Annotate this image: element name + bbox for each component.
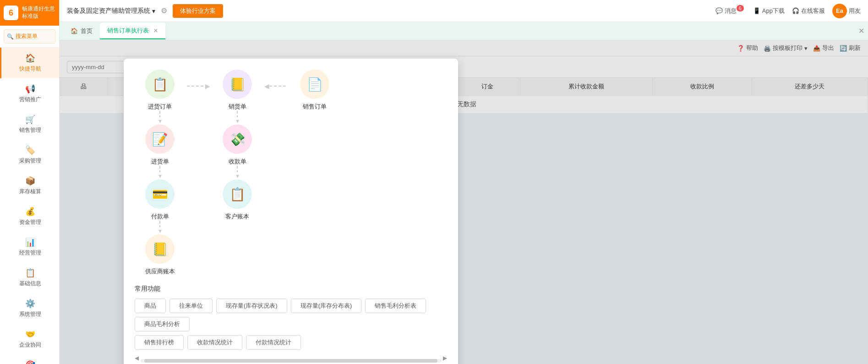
sidebar-item-inventory[interactable]: 📦 库存核算 [0,170,59,201]
system-icon: ⚙️ [25,299,35,309]
func-btn-payment-stats[interactable]: 付款情况统计 [246,335,301,350]
sidebar-logo: 6 畅康通好生意 标准版 [0,0,59,26]
sidebar-item-sales[interactable]: 🛒 销售管理 [0,109,59,140]
settings-icon[interactable]: ⚙ [161,6,167,15]
common-functions-title: 常用功能 [135,285,447,293]
sidebar-search[interactable]: 🔍 搜索菜单 [0,26,59,48]
common-functions: 常用功能 商品 往来单位 现存量(库存状况表) 现存量(库存分布表) 销售毛利分… [135,285,447,350]
sidebar-item-purchase[interactable]: 🏷️ 采购管理 [0,140,59,170]
flow-node-sales-slip: 📒 销货单 [212,70,262,111]
sales-order-icon: 📄 [300,70,329,99]
func-btn-stock-status[interactable]: 现存量(库存状况表) [216,299,287,313]
modal-overlay[interactable]: 📋 进货订单 ▾ [60,40,868,364]
flow-node-customer-ledger: 📋 客户账本 [212,179,262,221]
page-content: ❓ 帮助 🖨️ 按模板打印 ▾ 📤 导出 🔄 刷新 [60,40,868,364]
arrow-v-3: ▾ [158,221,162,234]
flow-node-supplier-ledger: 📒 供应商账本 [135,234,185,276]
arrow-v-4: ▾ [236,111,239,125]
dropdown-icon: ▾ [152,7,155,15]
tab-home[interactable]: 🏠 首页 [63,23,100,39]
modal-scrollbar-thumb [144,359,437,363]
purchase-slip-icon: 📝 [145,125,175,154]
online-service-btn[interactable]: 🎧 在线客服 [792,7,825,15]
marketing-icon: 📢 [25,84,35,94]
enterprise-icon: 🤝 [25,329,35,339]
home-icon: 🏠 [25,53,35,63]
system-title[interactable]: 装备及固定资产辅助管理系统 ▾ [67,7,155,15]
avatar: Ea [832,4,847,18]
message-badge: 6 [737,5,744,11]
sidebar-item-marketing[interactable]: 📢 营销推广 [0,78,59,109]
supplier-ledger-icon: 📒 [145,234,175,264]
app-download-btn[interactable]: 📱 App下载 [753,7,785,15]
message-icon: 💬 [715,7,723,14]
purchase-order-icon: 📋 [145,70,175,99]
main-content: 装备及固定资产辅助管理系统 ▾ ⚙ 体验行业方案 💬 消息 6 📱 App下载 … [60,0,868,364]
flow-modal: 📋 进货订单 ▾ [124,59,458,364]
func-btn-receipt-stats[interactable]: 收款情况统计 [187,335,242,350]
func-buttons-row1: 商品 往来单位 现存量(库存状况表) 现存量(库存分布表) 销售毛利分析表 商品… [135,299,447,331]
app-icon: 📱 [753,7,760,14]
flow-node-sales-order: 📄 销售订单 [289,70,340,111]
arrow-v-2: ▾ [158,166,162,179]
modal-scrollbar[interactable] [141,359,441,363]
sidebar-item-finance[interactable]: 💰 资金管理 [0,201,59,232]
flow-node-purchase-order: 📋 进货订单 [135,70,185,111]
flow-node-payment-in: 💸 收款单 [212,125,262,166]
experience-btn[interactable]: 体验行业方案 [173,4,223,18]
newbie-icon: 🎯 [25,360,35,364]
home-tab-icon: 🏠 [71,27,78,34]
sidebar-item-enterprise[interactable]: 🤝 企业协同 [0,324,59,354]
flow-node-purchase-slip: 📝 进货单 [135,125,185,166]
sidebar-item-quick-nav[interactable]: 🏠 快捷导航 [0,48,59,78]
tabbar: 🏠 首页 销售订单执行表 ✕ ✕ [60,22,868,40]
tab-sales-order-exec[interactable]: 销售订单执行表 ✕ [100,23,165,39]
finance-icon: 💰 [25,206,35,217]
inventory-icon: 📦 [25,176,35,186]
logo-text: 畅康通好生意 标准版 [22,5,55,20]
sidebar-item-operations[interactable]: 📊 经营管理 [0,232,59,262]
func-buttons-row2: 销售排行榜 收款情况统计 付款情况统计 [135,335,447,350]
sidebar: 6 畅康通好生意 标准版 🔍 搜索菜单 🏠 快捷导航 📢 营销推广 � [0,0,60,364]
tab-close-icon[interactable]: ✕ [153,27,158,34]
customer-ledger-icon: 📋 [223,179,252,209]
func-btn-product-profit[interactable]: 商品毛利分析 [135,317,190,331]
tabbar-close-icon[interactable]: ✕ [858,27,864,35]
service-icon: 🎧 [792,7,799,14]
operations-icon: 📊 [25,237,35,247]
topbar-right: 💬 消息 6 📱 App下载 🎧 在线客服 Ea 用友 [715,4,861,18]
message-btn[interactable]: 💬 消息 6 [715,7,746,15]
arrow-v-1: ▾ [158,111,162,125]
sidebar-nav: 🏠 快捷导航 📢 营销推广 🛒 销售管理 🏷️ 采购管理 📦 库存核算 💰 [0,48,59,364]
sales-slip-icon: 📒 [223,70,252,99]
payment-in-icon: 💸 [223,125,252,154]
scroll-left-icon[interactable]: ◀ [135,355,139,361]
func-btn-stock-dist[interactable]: 现存量(库存分布表) [291,299,362,313]
arrow-v-5: ▾ [236,166,239,179]
sidebar-item-basic-info[interactable]: 📋 基础信息 [0,262,59,293]
sidebar-item-system[interactable]: ⚙️ 系统管理 [0,293,59,324]
topbar: 装备及固定资产辅助管理系统 ▾ ⚙ 体验行业方案 💬 消息 6 📱 App下载 … [60,0,868,22]
sales-icon: 🛒 [25,114,35,125]
search-menu-button[interactable]: 🔍 搜索菜单 [4,29,55,43]
scroll-right-icon[interactable]: ▶ [443,355,447,361]
func-btn-sales-profit[interactable]: 销售毛利分析表 [365,299,426,313]
payment-out-icon: 💳 [145,179,175,209]
flow-node-payment-out: 💳 付款单 [135,179,185,221]
func-btn-partners[interactable]: 往来单位 [169,299,213,313]
logo-icon: 6 [4,5,18,20]
func-btn-product[interactable]: 商品 [135,299,166,313]
modal-scrollbar-area: ◀ ▶ [135,353,447,363]
purchase-icon: 🏷️ [25,145,35,155]
basic-info-icon: 📋 [25,268,35,278]
user-menu[interactable]: Ea 用友 [832,4,861,18]
sidebar-item-newbie[interactable]: 🎯 新手引导 [0,354,59,364]
func-btn-sales-ranking[interactable]: 销售排行榜 [135,335,184,350]
